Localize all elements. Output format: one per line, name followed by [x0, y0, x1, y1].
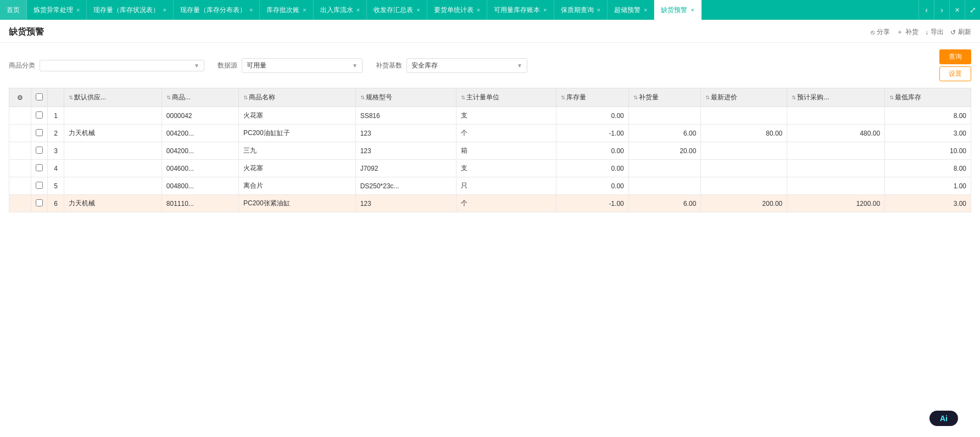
share-button[interactable]: ⎋ 分享	[871, 27, 890, 37]
td-item-name: 火花塞	[238, 107, 355, 125]
replenish-button[interactable]: ＋ 补货	[897, 27, 918, 37]
tab-nav-buttons: ‹ › × ⤢	[918, 0, 980, 20]
td-no: 6	[48, 195, 64, 212]
tab-close-stock-batch[interactable]: ×	[303, 7, 306, 13]
td-unit: 个	[456, 125, 556, 142]
th-no	[48, 88, 64, 107]
table-row: 3 004200... 三九 123 箱 0.00 20.00 10.00	[9, 142, 971, 160]
td-checkbox	[31, 160, 48, 177]
tab-close-order-stats[interactable]: ×	[477, 7, 480, 13]
td-item-code: 004600...	[162, 160, 238, 177]
query-button[interactable]: 查询	[939, 49, 971, 64]
tab-scroll-left[interactable]: ‹	[918, 0, 934, 20]
td-item-name: 火花塞	[238, 160, 355, 177]
td-latest-price	[701, 107, 787, 125]
td-unit: 只	[456, 177, 556, 195]
th-replenish-qty[interactable]: ⇅补货量	[628, 88, 701, 107]
td-item-name: PC200张紧油缸	[238, 195, 355, 212]
tab-close-current-stock-dist[interactable]: ×	[249, 7, 253, 13]
tab-stock-batch[interactable]: 库存批次账×	[260, 0, 313, 20]
settings-button[interactable]: 设置	[939, 66, 971, 81]
tab-close-recv-summary[interactable]: ×	[416, 7, 420, 13]
tab-order-stats[interactable]: 要货单统计表×	[427, 0, 487, 20]
row-checkbox[interactable]	[36, 129, 43, 136]
tab-refine-anomaly[interactable]: 炼货异常处理×	[27, 0, 87, 20]
row-checkbox[interactable]	[36, 111, 43, 119]
th-latest-price[interactable]: ⇅最新进价	[701, 88, 787, 107]
tab-recv-summary[interactable]: 收发存汇总表×	[367, 0, 427, 20]
tab-close-inout-flow[interactable]: ×	[357, 7, 360, 13]
tab-label-shortage-warning: 缺货预警	[661, 5, 687, 15]
row-checkbox[interactable]	[36, 182, 43, 189]
select-all-checkbox[interactable]	[36, 93, 43, 100]
th-default-supplier[interactable]: ⇅默认供应...	[64, 88, 162, 107]
row-checkbox[interactable]	[36, 164, 43, 171]
th-item-name[interactable]: ⇅商品名称	[238, 88, 355, 107]
refresh-button[interactable]: ↺ 刷新	[950, 27, 971, 37]
datasource-dropdown-icon: ▼	[352, 63, 358, 69]
export-button[interactable]: ↓ 导出	[925, 27, 944, 37]
td-est-purchase	[787, 177, 885, 195]
td-stock-qty: -1.00	[556, 195, 629, 212]
row-checkbox[interactable]	[36, 147, 43, 154]
td-spec: 123	[355, 195, 456, 212]
td-gear	[9, 177, 31, 195]
th-spec[interactable]: ⇅规格型号	[355, 88, 456, 107]
td-checkbox	[31, 107, 48, 125]
row-checkbox[interactable]	[36, 199, 43, 206]
td-supplier	[64, 107, 162, 125]
tab-overstock-warning[interactable]: 超储预警×	[608, 0, 654, 20]
th-unit[interactable]: ⇅主计量单位	[456, 88, 556, 107]
td-supplier	[64, 142, 162, 160]
th-item-code[interactable]: ⇅商品...	[162, 88, 238, 107]
th-stock-qty[interactable]: ⇅库存量	[556, 88, 629, 107]
tab-scroll-right[interactable]: ›	[934, 0, 949, 20]
th-est-purchase[interactable]: ⇅预计采购...	[787, 88, 885, 107]
tab-close-all[interactable]: ×	[949, 0, 965, 20]
tab-close-available-ledger[interactable]: ×	[543, 7, 547, 13]
td-spec: J7092	[355, 160, 456, 177]
tab-bar: 首页炼货异常处理×现存量（库存状况表）×现存量（库存分布表）×库存批次账×出入库…	[0, 0, 980, 20]
category-label: 商品分类	[9, 61, 35, 70]
page-title: 缺货预警	[9, 26, 44, 38]
tab-close-current-stock-status[interactable]: ×	[163, 7, 166, 13]
td-spec: SS816	[355, 107, 456, 125]
page-header: 缺货预警 ⎋ 分享 ＋ 补货 ↓ 导出 ↺ 刷新	[0, 20, 980, 43]
datasource-value: 可用量	[247, 61, 350, 70]
td-stock-qty: -1.00	[556, 125, 629, 142]
td-min-stock: 8.00	[885, 160, 971, 177]
tab-shortage-warning[interactable]: 缺货预警×	[654, 0, 701, 20]
tab-current-stock-status[interactable]: 现存量（库存状况表）×	[87, 0, 173, 20]
tab-expiry-query[interactable]: 保质期查询×	[554, 0, 608, 20]
data-table: ⚙ ⇅默认供应... ⇅商品... ⇅商品名称 ⇅规格型号 ⇅主计量单位 ⇅库存…	[9, 88, 971, 212]
th-gear[interactable]: ⚙	[9, 88, 31, 107]
th-min-stock[interactable]: ⇅最低库存	[885, 88, 971, 107]
replenish-base-select[interactable]: 安全库存 ▼	[407, 58, 527, 73]
datasource-select[interactable]: 可用量 ▼	[242, 58, 363, 73]
td-item-code: 004200...	[162, 125, 238, 142]
tab-maximize[interactable]: ⤢	[965, 0, 980, 20]
td-spec: 123	[355, 142, 456, 160]
td-est-purchase	[787, 160, 885, 177]
tab-home[interactable]: 首页	[0, 0, 27, 20]
tab-close-expiry-query[interactable]: ×	[597, 7, 600, 13]
tab-close-refine-anomaly[interactable]: ×	[76, 7, 80, 13]
td-latest-price	[701, 177, 787, 195]
tab-current-stock-dist[interactable]: 现存量（库存分布表）×	[174, 0, 260, 20]
tab-close-shortage-warning[interactable]: ×	[691, 7, 694, 13]
tab-inout-flow[interactable]: 出入库流水×	[314, 0, 367, 20]
tab-available-ledger[interactable]: 可用量库存账本×	[487, 0, 554, 20]
datasource-filter: 数据源 可用量 ▼	[218, 58, 363, 73]
td-item-name: 离合片	[238, 177, 355, 195]
category-select[interactable]: ▼	[40, 60, 204, 71]
tab-label-order-stats: 要货单统计表	[434, 5, 474, 15]
td-stock-qty: 0.00	[556, 107, 629, 125]
td-unit: 个	[456, 195, 556, 212]
ai-badge[interactable]: Ai	[929, 411, 958, 426]
td-est-purchase	[787, 107, 885, 125]
tab-close-overstock-warning[interactable]: ×	[644, 7, 647, 13]
filter-bar: 商品分类 ▼ 数据源 可用量 ▼ 补货基数 安全库存 ▼ 查询 设置	[0, 43, 980, 88]
td-latest-price: 80.00	[701, 125, 787, 142]
tab-label-current-stock-status: 现存量（库存状况表）	[93, 5, 159, 15]
td-est-purchase: 480.00	[787, 125, 885, 142]
